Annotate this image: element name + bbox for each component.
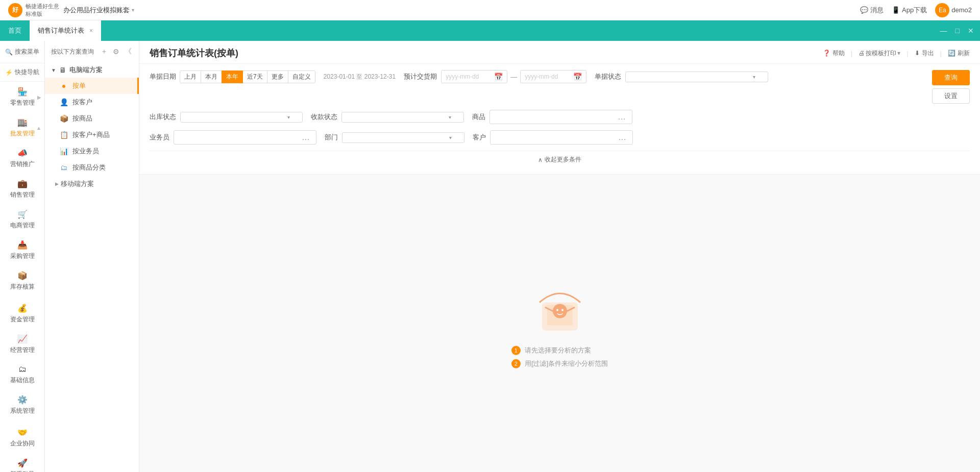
search-menu-button[interactable]: 🔍 搜索菜单 bbox=[4, 45, 40, 59]
logo-text: 畅捷通好生意 标准版 bbox=[26, 3, 59, 17]
system-icon: ⚙️ bbox=[17, 395, 28, 405]
export-button[interactable]: ⬇ 导出 bbox=[915, 49, 934, 58]
salesman-scheme-icon: 📊 bbox=[59, 147, 68, 155]
dept-select[interactable]: ▾ bbox=[342, 132, 464, 143]
nav-icon: ⚡ bbox=[5, 69, 13, 76]
sidebar-item-marketing[interactable]: 📣 营销推广 bbox=[0, 143, 44, 174]
date-last7-button[interactable]: 近7天 bbox=[242, 70, 267, 83]
sidebar-item-operations[interactable]: 📈 经营管理 bbox=[0, 329, 44, 360]
dept-filter-field: 部门 ▾ bbox=[325, 132, 464, 143]
finance-icon: 💰 bbox=[17, 303, 28, 313]
topbar: 好 畅捷通好生意 标准版 办公用品行业模拟账套 ▾ 💬 消息 📱 App下载 E… bbox=[0, 0, 980, 20]
sidebar-item-corp[interactable]: 🤝 企业协同 bbox=[0, 422, 44, 453]
cust-goods-scheme-icon: 📋 bbox=[59, 131, 68, 139]
doc-status-select[interactable]: ▾ bbox=[625, 72, 768, 82]
inventory-icon: 📦 bbox=[17, 271, 28, 280]
salesman-input[interactable]: … bbox=[174, 130, 316, 145]
refresh-button[interactable]: 🔄 刷新 bbox=[948, 49, 970, 58]
expand-icon: ▲ bbox=[36, 125, 41, 131]
sidebar-item-inventory[interactable]: 📦 库存核算 bbox=[0, 266, 44, 296]
query-button[interactable]: 查询 bbox=[932, 70, 970, 85]
print-button[interactable]: 🖨 按模板打印 ▾ bbox=[859, 49, 900, 58]
scheme-add-button[interactable]: ＋ bbox=[100, 46, 109, 57]
quick-nav-button[interactable]: ⚡ 快捷导航 bbox=[0, 65, 44, 79]
tabbar: 首页 销售订单统计表 × — □ ✕ bbox=[0, 20, 980, 41]
sidebar-item-wholesale[interactable]: 🏬 批发管理 ▲ bbox=[0, 112, 44, 143]
expected-start-date-input[interactable]: yyyy-mm-dd 📅 bbox=[441, 70, 507, 83]
sidebar-item-system[interactable]: ⚙️ 系统管理 bbox=[0, 390, 44, 420]
customer-input[interactable]: … bbox=[490, 130, 633, 145]
scheme-group-mobile-header[interactable]: ▶ 移动端方案 bbox=[45, 176, 139, 192]
download-icon: 📱 bbox=[892, 6, 900, 14]
scheme-item-by-order[interactable]: ● 按单 bbox=[45, 78, 139, 94]
expand-icon: ▶ bbox=[37, 95, 41, 100]
goods-more-icon[interactable]: … bbox=[616, 112, 628, 122]
sidebar-item-sales[interactable]: 💼 销售管理 bbox=[0, 174, 44, 204]
avatar: Ea bbox=[935, 3, 949, 17]
scheme-item-by-goods[interactable]: 📦 按商品 bbox=[45, 110, 139, 127]
retail-icon: 🏪 bbox=[17, 87, 28, 97]
date-this-year-button[interactable]: 本年 bbox=[222, 70, 243, 83]
workspace-title[interactable]: 办公用品行业模拟账套 ▾ bbox=[63, 6, 134, 15]
main-panel: 销售订单统计表(按单) ❓ 帮助 | 🖨 按模板打印 ▾ | ⬇ bbox=[139, 41, 980, 472]
sidebar-item-retail[interactable]: 🏪 零售管理 ▶ bbox=[0, 82, 44, 112]
scheme-item-by-goods-cat[interactable]: 🗂 按商品分类 bbox=[45, 159, 139, 176]
order-icon: ● bbox=[59, 82, 68, 90]
user-profile[interactable]: Ea demo2 bbox=[935, 3, 972, 17]
scheme-item-by-customer[interactable]: 👤 按客户 bbox=[45, 94, 139, 110]
date-last-month-button[interactable]: 上月 bbox=[180, 70, 201, 83]
scheme-item-by-salesman[interactable]: 📊 按业务员 bbox=[45, 143, 139, 159]
customer-filter-field: 客户 … bbox=[473, 130, 633, 145]
date-custom-button[interactable]: 自定义 bbox=[288, 70, 315, 83]
window-minimize-button[interactable]: — bbox=[938, 25, 949, 37]
scheme-settings-button[interactable]: ⚙ bbox=[112, 46, 120, 57]
empty-steps-list: 1 请先选择要分析的方案 2 用[过滤]条件来缩小分析范围 bbox=[511, 346, 608, 372]
content-area: 按以下方案查询 ＋ ⚙ 《 ▼ 🖥 电脑端方案 ● 按单 bbox=[45, 41, 980, 472]
tab-window-actions: — □ ✕ bbox=[938, 25, 980, 37]
sidebar-item-finance[interactable]: 💰 资金管理 bbox=[0, 298, 44, 329]
date-this-month-button[interactable]: 本月 bbox=[201, 70, 222, 83]
message-button[interactable]: 💬 消息 bbox=[860, 6, 884, 15]
sidebar-item-ecommerce[interactable]: 🛒 电商管理 bbox=[0, 204, 44, 235]
payment-status-select[interactable]: ▾ bbox=[341, 112, 464, 123]
scheme-panel-actions: ＋ ⚙ 《 bbox=[100, 46, 133, 57]
date-filter-field: 单据日期 上月 本月 本年 近7天 更多 自定义 bbox=[150, 70, 315, 83]
doc-status-field: 单据状态 ▾ bbox=[595, 72, 768, 82]
ecommerce-icon: 🛒 bbox=[17, 209, 28, 219]
date-input-group: yyyy-mm-dd 📅 — yyyy-mm-dd 📅 bbox=[441, 70, 586, 83]
salesman-more-icon[interactable]: … bbox=[300, 133, 312, 142]
tab-sales-order-stats[interactable]: 销售订单统计表 × bbox=[30, 20, 101, 41]
message-icon: 💬 bbox=[860, 6, 868, 14]
app-download-button[interactable]: 📱 App下载 bbox=[892, 6, 927, 15]
dept-dropdown-icon: ▾ bbox=[449, 135, 452, 140]
expected-end-date-input[interactable]: yyyy-mm-dd 📅 bbox=[520, 70, 586, 83]
scheme-panel-header: 按以下方案查询 ＋ ⚙ 《 bbox=[45, 41, 139, 60]
collapse-filters-button[interactable]: ∧ 收起更多条件 bbox=[150, 151, 970, 168]
help-button[interactable]: ❓ 帮助 bbox=[823, 49, 845, 58]
window-maximize-button[interactable]: □ bbox=[953, 25, 962, 37]
group-expand-icon: ▼ bbox=[51, 67, 56, 73]
scheme-item-by-cust-goods[interactable]: 📋 按客户+商品 bbox=[45, 127, 139, 143]
sidebar-item-basic[interactable]: 🗂 基础信息 bbox=[0, 360, 44, 390]
sidebar-item-purchase[interactable]: 📥 采购管理 bbox=[0, 235, 44, 266]
goods-input[interactable]: … bbox=[489, 110, 632, 124]
goods-scheme-icon: 📦 bbox=[59, 114, 68, 123]
corp-icon: 🤝 bbox=[17, 428, 28, 437]
scheme-collapse-button[interactable]: 《 bbox=[124, 46, 133, 57]
delivery-status-select[interactable]: ▾ bbox=[180, 112, 303, 123]
tab-home[interactable]: 首页 bbox=[0, 20, 30, 41]
date-more-button[interactable]: 更多 bbox=[267, 70, 288, 83]
svg-point-2 bbox=[553, 304, 567, 318]
customer-more-icon[interactable]: … bbox=[616, 133, 628, 142]
scheme-group-desktop-header[interactable]: ▼ 🖥 电脑端方案 bbox=[45, 62, 139, 78]
main-layout: 🔍 搜索菜单 ⚡ 快捷导航 🏪 零售管理 ▶ 🏬 批发管理 ▲ 📣 营销推广 💼 bbox=[0, 41, 980, 472]
window-close-button[interactable]: ✕ bbox=[966, 25, 976, 37]
expected-delivery-field: 预计交货期 yyyy-mm-dd 📅 — yyyy-mm-dd 📅 bbox=[404, 70, 586, 83]
scheme-group-mobile: ▶ 移动端方案 bbox=[45, 176, 139, 192]
delivery-status-dropdown-icon: ▾ bbox=[287, 114, 290, 120]
date-range-text: 2023-01-01 至 2023-12-31 bbox=[324, 73, 396, 81]
settings-button[interactable]: 设置 bbox=[932, 88, 970, 104]
filter-area: 单据日期 上月 本月 本年 近7天 更多 自定义 2023-01-01 bbox=[139, 64, 980, 175]
sidebar-item-newbie[interactable]: 🚀 新手引导 bbox=[0, 453, 44, 472]
tab-close-icon[interactable]: × bbox=[89, 27, 93, 34]
